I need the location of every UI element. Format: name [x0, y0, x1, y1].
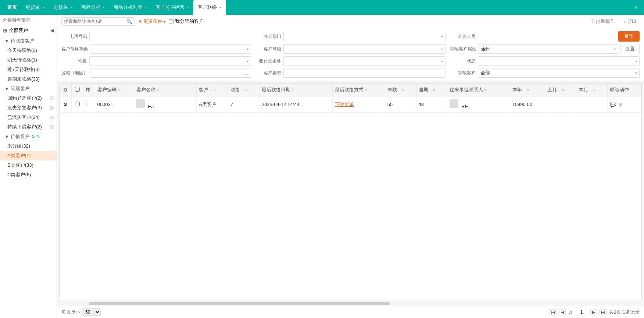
sidebar-item-overdue-contact[interactable]: 逾期未联络(30)	[0, 74, 57, 84]
close-all-button[interactable]: ×	[632, 4, 641, 11]
customer-level-select[interactable]: ▾	[283, 44, 445, 54]
sidebar-item-churn-warning[interactable]: 流失预警客户(3) ⓘ	[0, 103, 57, 113]
filter-search-icon[interactable]: 🔍	[126, 19, 132, 24]
close-customer-contact-tab[interactable]: ×	[219, 5, 221, 10]
select-all-checkbox[interactable]	[75, 87, 80, 92]
manager-input[interactable]: …	[478, 32, 616, 41]
all-customers-header[interactable]: ⊞ 全部客户 ◀	[0, 25, 57, 36]
row-checkbox[interactable]	[75, 102, 80, 106]
nav-tab-sales[interactable]: 销货单 ×	[21, 0, 49, 15]
row-check[interactable]	[71, 96, 83, 113]
table-header-contact[interactable]: 联络...⇅	[228, 84, 260, 96]
nav-tab-purchase[interactable]: 进货单 ×	[49, 0, 76, 15]
filter-department: 分管部门 ▾	[255, 31, 445, 42]
row-actions: 💬 ⊞	[607, 96, 641, 113]
my-customers-checkbox-area[interactable]: 我分管的客户	[169, 18, 204, 25]
sidebar-search-input[interactable]	[3, 17, 57, 22]
sidebar: 🔍 ⊞ 全部客户 ◀ ▼ 待联络客户 今天待联络(0) 明天待联络(1) 近7天…	[0, 15, 57, 318]
chat-icon[interactable]: 💬	[610, 102, 616, 107]
last-page-button[interactable]: ▶|	[599, 309, 607, 315]
row-not-contact: 55	[385, 96, 416, 113]
last-contact-link[interactable]: 下销货单	[335, 102, 354, 107]
sidebar-item-unclassified[interactable]: 未分组(32)	[0, 141, 57, 151]
table-header-customer-type[interactable]: 客户...⇅	[197, 84, 228, 96]
more-filters-button[interactable]: ▼ 更多条件 ▾	[138, 18, 166, 25]
nav-tab-goods-analysis[interactable]: 商品分析 ×	[77, 0, 109, 15]
settings-button[interactable]: 设置	[620, 44, 640, 54]
table-header-this-month[interactable]: 本月...⇅	[576, 84, 607, 96]
table-header-unit-contact[interactable]: 往来单位联系人⇅	[447, 84, 510, 96]
filter-search-input[interactable]	[64, 19, 126, 24]
retail-customer-select[interactable]: 全部▾	[478, 68, 640, 78]
my-customers-checkbox[interactable]	[169, 19, 173, 24]
filter-nature: 性质 ▾	[61, 56, 251, 66]
horizontal-scrollbar[interactable]	[89, 302, 390, 305]
filter-customer-type: 客户类型	[255, 68, 445, 78]
region-input[interactable]: …	[90, 68, 251, 78]
row-gear[interactable]: ⚙	[60, 96, 71, 113]
page-number-input[interactable]	[575, 309, 588, 315]
sidebar-collapse-btn[interactable]: ◀	[50, 28, 54, 33]
next-page-button[interactable]: ▶	[590, 309, 597, 315]
nav-tab-customer-tier[interactable]: 客户分层经营 ×	[151, 0, 193, 15]
table-header-check[interactable]	[71, 84, 83, 96]
row-unit-contact: RE .	[447, 96, 510, 113]
first-page-button[interactable]: |◀	[549, 309, 557, 315]
sidebar-item-today-pending[interactable]: 今天待联络(0)	[0, 46, 57, 55]
info-icon-1: ⓘ	[50, 96, 54, 101]
filter-payment-terms: 收付款条件 ▾	[255, 56, 445, 66]
refresh-icon[interactable]: ↻	[31, 134, 35, 139]
sidebar-group-pending[interactable]: ▼ 待联络客户	[0, 36, 57, 46]
retail-attribute-select[interactable]: 全部▾	[479, 44, 618, 54]
table-header-last-contact-date[interactable]: 最后联络日期⇅	[259, 84, 332, 96]
sidebar-item-class-a[interactable]: A类客户(1)	[0, 151, 57, 160]
query-button[interactable]: 查询	[618, 31, 640, 42]
department-select[interactable]: ▾	[283, 32, 445, 41]
sidebar-item-repurchase-abnormal[interactable]: 回购异常客户(2) ⓘ	[0, 93, 57, 103]
sidebar-item-tomorrow-pending[interactable]: 明天待联络(1)	[0, 55, 57, 65]
per-page-select[interactable]: 50 100 200	[82, 308, 101, 316]
table-header-not-contact[interactable]: 未联...⇅	[385, 84, 416, 96]
close-goods-analysis-tab[interactable]: ×	[103, 5, 105, 10]
qr-icon[interactable]: ⊞	[618, 102, 623, 107]
customer-type-input[interactable]	[283, 68, 445, 78]
arrow-icon-2: ▼	[4, 86, 9, 92]
table-header-overdue[interactable]: 逾期...⇅	[416, 84, 447, 96]
nature-select[interactable]: ▾	[89, 56, 251, 66]
edit-icon[interactable]: ✎	[36, 134, 40, 139]
phone-input[interactable]	[89, 32, 251, 41]
payment-terms-select[interactable]: ▾	[283, 56, 445, 66]
table-header-last-contact-method[interactable]: 最后联络方式⇅	[332, 84, 385, 96]
row-this-month	[576, 96, 607, 113]
batch-op-button[interactable]: ☑ 批量操作	[587, 17, 618, 26]
sidebar-item-class-b[interactable]: B类客户(33)	[0, 160, 57, 170]
nav-tab-customer-contact[interactable]: 客户联络 ×	[193, 0, 226, 15]
table-header-gear[interactable]: ⚙	[60, 84, 71, 96]
row-last-contact-method[interactable]: 下销货单	[332, 96, 385, 113]
sidebar-item-7days-pending[interactable]: 近7天待联络(0)	[0, 65, 57, 74]
nav-tab-home[interactable]: 首页	[3, 0, 21, 15]
close-purchase-tab[interactable]: ×	[70, 5, 72, 10]
sidebar-item-declining[interactable]: 持续下滑客户(2) ⓘ	[0, 122, 57, 132]
filter-manager: 分管人员 … 查询	[450, 31, 640, 42]
export-button[interactable]: ↑ 导出	[621, 17, 640, 26]
row-seq: 1	[83, 96, 95, 113]
table-header-name[interactable]: 客户名称⇅	[134, 84, 196, 96]
unit-contact-avatar	[450, 99, 458, 108]
table-header-this-year[interactable]: 本年...⇅	[510, 84, 545, 96]
price-level-select[interactable]: ▾	[90, 44, 251, 54]
table-header-last-month[interactable]: 上月...⇅	[545, 84, 576, 96]
close-sales-tab[interactable]: ×	[42, 5, 44, 10]
row-this-year: 10995.00	[510, 96, 545, 113]
close-goods-list-tab[interactable]: ×	[144, 5, 147, 10]
filter-retail-attribute: 零散客户属性 全部▾ 设置	[450, 44, 640, 54]
status-select[interactable]: ▾	[478, 56, 640, 66]
prev-page-button[interactable]: ◀	[559, 309, 566, 315]
nav-tab-goods-list[interactable]: 商品分析列表 ×	[109, 0, 151, 15]
sidebar-group-value[interactable]: ▼ 价值客户 ↻ ✎	[0, 132, 57, 141]
table-header-code[interactable]: 客户编码⇅	[95, 84, 134, 96]
sidebar-item-class-c[interactable]: C类客户(6)	[0, 170, 57, 180]
close-customer-tier-tab[interactable]: ×	[187, 5, 189, 10]
sidebar-item-churned[interactable]: 已流失客户(24) ⓘ	[0, 113, 57, 122]
sidebar-group-problem[interactable]: ▼ 问题客户	[0, 84, 57, 93]
